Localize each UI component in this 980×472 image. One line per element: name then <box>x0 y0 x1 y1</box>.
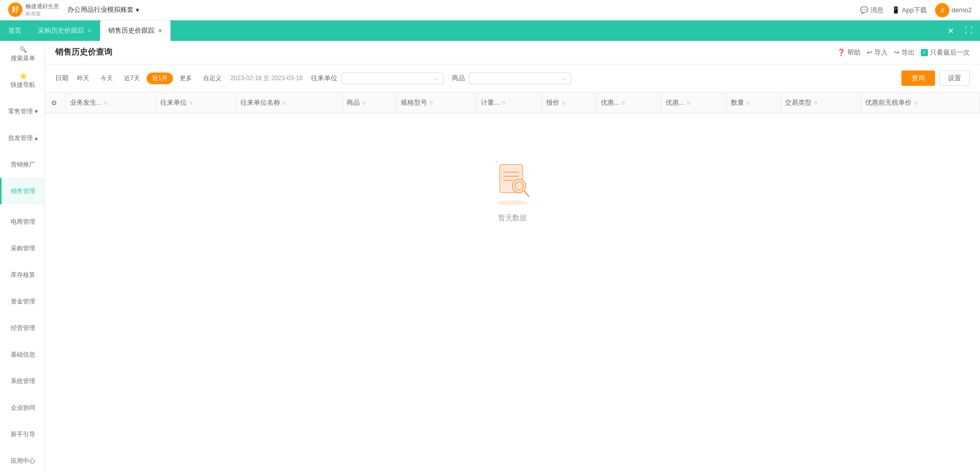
sort-partner-name-icon[interactable]: ⇅ <box>282 100 286 106</box>
sort-partner-code-icon[interactable]: ⇅ <box>189 100 193 106</box>
filter-bar: 日期 昨天 今天 近7天 近1月 更多 自定义 2023-02-18 至 202… <box>45 64 980 92</box>
sidebar-purchase-label: 采购管理 <box>11 244 35 253</box>
col-partner-name: 往来单位名称 ⇅ <box>240 98 337 107</box>
table-head: ⚙ 业务发生... ⇅ 往来单位 ⇅ <box>45 92 980 113</box>
date-range: 2023-02-18 至 2023-03-18 <box>230 74 302 83</box>
th-discount2-label: 优惠... <box>666 98 684 107</box>
date-btn-custom[interactable]: 自定义 <box>199 73 226 84</box>
sidebar-item-new-guide[interactable]: 新手引导 <box>0 421 44 447</box>
gear-settings-icon[interactable]: ⚙ <box>49 98 59 108</box>
logo-icon: 好 <box>8 3 22 17</box>
th-discount1-label: 优惠... <box>601 98 620 107</box>
only-last-checkbox[interactable]: ✓ 只看最后一次 <box>921 48 970 57</box>
help-btn[interactable]: ❓ 帮助 <box>837 48 861 57</box>
th-biz-date-label: 业务发生... <box>70 98 102 107</box>
top-bar-right: 💬 消息 📱 App下载 d demo2 <box>860 3 972 17</box>
sidebar-ecom-label: 电商管理 <box>11 218 35 226</box>
sidebar-item-system[interactable]: 系统管理 <box>0 368 44 394</box>
import-btn[interactable]: ↩ 导入 <box>867 48 888 57</box>
sidebar-marketing-label: 营销推广 <box>11 160 35 169</box>
sidebar-item-operations[interactable]: 经营管理 <box>0 315 44 341</box>
sidebar-retail-label: 零售管理 <box>8 107 33 116</box>
date-btn-more[interactable]: 更多 <box>175 73 197 84</box>
svg-text:✦: ✦ <box>527 167 529 170</box>
message-label: 消息 <box>870 6 884 15</box>
sidebar-item-sales-mgmt[interactable]: 销售管理 <box>0 178 44 204</box>
date-btn-1month[interactable]: 近1月 <box>146 73 174 84</box>
sidebar-item-quick-nav[interactable]: ⭐ 快捷导航 <box>0 67 44 94</box>
tab-sales-history[interactable]: 销售历史价跟踪 ✕ <box>100 20 170 41</box>
sort-spec-icon[interactable]: ⇅ <box>429 100 433 106</box>
partner-dots-btn[interactable]: ··· <box>433 75 439 82</box>
svg-line-8 <box>524 191 529 196</box>
partner-input[interactable] <box>346 75 433 82</box>
tab-close-all-btn[interactable]: ✕ <box>943 23 958 38</box>
th-quote-label: 报价 <box>546 98 559 107</box>
tab-fullscreen-btn[interactable]: ⛶ <box>962 23 976 38</box>
date-btn-today[interactable]: 今天 <box>96 73 117 84</box>
sidebar-item-corp-coop[interactable]: 企业协同 <box>0 394 44 421</box>
tab-home-label: 首页 <box>8 26 21 35</box>
export-label: 导出 <box>901 48 915 57</box>
empty-text: 暂无数据 <box>498 214 527 223</box>
settings-btn[interactable]: 设置 <box>939 70 970 86</box>
sort-trade-type-icon[interactable]: ⇅ <box>814 100 818 106</box>
empty-cell: ✦ ✦ 暂无数据 <box>45 113 980 264</box>
th-trade-type: 交易类型 ⇅ <box>781 92 861 113</box>
tab-bar-actions: ✕ ⛶ <box>943 23 980 38</box>
message-btn[interactable]: 💬 消息 <box>860 6 884 15</box>
sidebar-item-ecom[interactable]: 电商管理 <box>0 208 44 235</box>
user-area[interactable]: d demo2 <box>935 3 972 17</box>
th-biz-date: 业务发生... ⇅ <box>65 92 156 113</box>
tab-sales-close[interactable]: ✕ <box>158 28 162 34</box>
app-selector[interactable]: 办公用品行业模拟账套 ▾ <box>63 3 143 16</box>
sort-biz-date-icon[interactable]: ⇅ <box>104 100 108 106</box>
th-goods-label: 商品 <box>347 98 360 107</box>
sidebar-item-inventory[interactable]: 库存核算 <box>0 262 44 288</box>
sort-quote-icon[interactable]: ⇅ <box>561 100 566 106</box>
app-download-btn[interactable]: 📱 App下载 <box>892 6 927 15</box>
import-icon: ↩ <box>867 49 872 56</box>
goods-dots-btn[interactable]: ··· <box>561 75 567 82</box>
date-btn-yesterday[interactable]: 昨天 <box>72 73 94 84</box>
export-btn[interactable]: ↪ 导出 <box>894 48 915 57</box>
col-discount2: 优惠... ⇅ <box>666 98 722 107</box>
sidebar-item-basic-info[interactable]: 基础信息 <box>0 341 44 368</box>
tab-purchase-close[interactable]: ✕ <box>87 28 92 34</box>
sort-discount1-icon[interactable]: ⇅ <box>621 100 625 106</box>
sort-qty-icon[interactable]: ⇅ <box>746 100 750 106</box>
sidebar-corp-label: 企业协同 <box>11 404 35 412</box>
sidebar-quick-nav-label: 快捷导航 <box>11 81 35 89</box>
import-label: 导入 <box>874 48 888 57</box>
sidebar-item-search[interactable]: 🔍 搜索菜单 <box>0 41 44 67</box>
sidebar-item-app-center[interactable]: 应用中心 <box>0 447 44 472</box>
sort-pretax-price-icon[interactable]: ⇅ <box>914 100 918 106</box>
partner-filter-group: 往来单位 ··· <box>311 73 444 84</box>
query-btn[interactable]: 查询 <box>901 70 935 86</box>
col-biz-date: 业务发生... ⇅ <box>70 98 152 107</box>
sort-goods-icon[interactable]: ⇅ <box>362 100 366 106</box>
page-actions: ❓ 帮助 ↩ 导入 ↪ 导出 ✓ 只看最后一次 <box>837 48 970 57</box>
tab-home[interactable]: 首页 <box>0 20 30 41</box>
th-trade-type-label: 交易类型 <box>785 98 812 107</box>
sidebar-item-purchase[interactable]: 采购管理 <box>0 235 44 262</box>
data-table: ⚙ 业务发生... ⇅ 往来单位 ⇅ <box>45 92 980 264</box>
goods-input[interactable] <box>474 75 561 82</box>
tab-purchase-history[interactable]: 采购历史价跟踪 ✕ <box>30 20 100 41</box>
sort-discount2-icon[interactable]: ⇅ <box>687 100 691 106</box>
sidebar-item-marketing[interactable]: 营销推广 <box>0 151 44 178</box>
top-bar: 好 畅捷通好生意 标准版 办公用品行业模拟账套 ▾ 💬 消息 📱 App下载 d… <box>0 0 980 20</box>
sidebar-search-label: 搜索菜单 <box>11 54 35 63</box>
table-header-row: ⚙ 业务发生... ⇅ 往来单位 ⇅ <box>45 92 980 113</box>
sidebar-item-retail[interactable]: 零售管理 ▾ <box>0 98 44 125</box>
sidebar-item-wholesale[interactable]: 批发管理 ▴ <box>0 125 44 151</box>
export-icon: ↪ <box>894 49 899 56</box>
sort-unit-icon[interactable]: ⇅ <box>502 100 506 106</box>
svg-point-0 <box>497 200 528 205</box>
logo-text: 畅捷通好生意 <box>26 3 59 10</box>
tab-purchase-label: 采购历史价跟踪 <box>38 26 84 35</box>
sidebar-inventory-label: 库存核算 <box>11 271 35 279</box>
date-btn-7days[interactable]: 近7天 <box>119 73 144 84</box>
logo-text-wrap: 畅捷通好生意 标准版 <box>26 3 59 17</box>
sidebar-item-finance[interactable]: 资金管理 <box>0 288 44 315</box>
